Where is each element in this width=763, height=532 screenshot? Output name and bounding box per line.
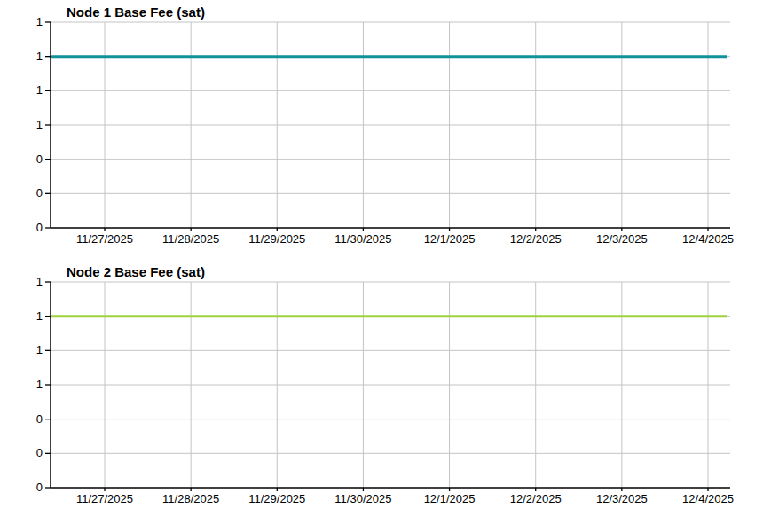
y-tick-label: 1	[36, 378, 43, 391]
y-tick-label: 0	[36, 153, 43, 166]
chart-canvas-node-1: 111100011/27/202511/28/202511/29/202511/…	[0, 0, 763, 260]
y-tick-label: 1	[36, 15, 43, 28]
x-tick-label: 11/30/2025	[334, 232, 391, 246]
x-tick-label: 12/4/2025	[682, 232, 734, 246]
x-tick-label: 11/28/2025	[162, 492, 219, 505]
y-tick-label: 0	[36, 446, 43, 459]
x-tick-label: 11/28/2025	[162, 232, 219, 246]
y-tick-label: 1	[36, 309, 43, 323]
x-tick-label: 11/27/2025	[76, 232, 133, 246]
x-tick-label: 11/27/2025	[76, 492, 133, 505]
x-tick-label: 12/3/2025	[596, 232, 648, 246]
x-tick-label: 12/2/2025	[510, 232, 562, 246]
y-tick-label: 1	[36, 83, 43, 97]
y-tick-label: 1	[36, 50, 43, 63]
x-tick-label: 12/1/2025	[424, 492, 476, 505]
y-tick-label: 0	[36, 221, 43, 234]
y-tick-label: 0	[36, 481, 43, 494]
y-tick-label: 0	[36, 186, 43, 200]
x-tick-label: 11/30/2025	[334, 492, 391, 505]
x-tick-label: 12/2/2025	[510, 492, 562, 505]
chart-canvas-node-2: 111100011/27/202511/28/202511/29/202511/…	[0, 260, 763, 520]
chart-node-1-base-fee: Node 1 Base Fee (sat) 111100011/27/20251…	[0, 0, 763, 260]
chart-node-2-base-fee: Node 2 Base Fee (sat) 111100011/27/20251…	[0, 260, 763, 520]
y-tick-label: 1	[36, 343, 43, 356]
x-tick-label: 11/29/2025	[248, 232, 305, 246]
y-tick-label: 1	[36, 118, 43, 131]
x-tick-label: 12/4/2025	[682, 492, 734, 505]
x-tick-label: 11/29/2025	[248, 492, 305, 505]
x-tick-label: 12/1/2025	[424, 232, 476, 246]
y-tick-label: 0	[36, 412, 43, 426]
y-tick-label: 1	[36, 275, 43, 288]
x-tick-label: 12/3/2025	[596, 492, 648, 505]
